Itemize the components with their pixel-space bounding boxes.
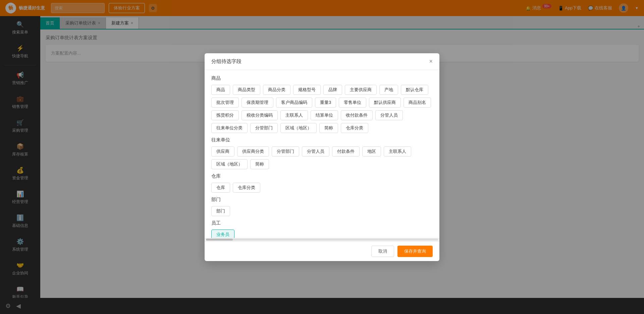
field-warehouse[interactable]: 仓库 — [211, 183, 230, 193]
field-shelf-life[interactable]: 保质期管理 — [241, 98, 273, 108]
modal-body: 商品 商品 商品类型 商品分类 规格型号 品牌 主要供应商 产地 默认仓库 批次… — [205, 70, 439, 238]
field-dept-managed[interactable]: 分管部门 — [250, 123, 278, 133]
field-supervisor[interactable]: 分管人员 — [375, 110, 403, 120]
field-brand[interactable]: 品牌 — [323, 85, 342, 95]
field-goods-category[interactable]: 商品分类 — [263, 85, 290, 95]
field-grid-goods: 商品 商品类型 商品分类 规格型号 品牌 主要供应商 产地 默认仓库 批次管理 … — [211, 85, 433, 133]
field-supplier[interactable]: 供应商 — [211, 146, 234, 156]
field-sales-person[interactable]: 业务员 — [211, 230, 234, 238]
section-title-partner: 往来单位 — [211, 137, 433, 143]
field-main-contact[interactable]: 主联系人 — [280, 110, 308, 120]
hscroll-thumb — [206, 239, 233, 241]
field-spec-model[interactable]: 规格型号 — [293, 85, 321, 95]
field-payment-terms[interactable]: 收付款条件 — [341, 110, 373, 120]
field-warehouse-cat[interactable]: 仓库分类 — [341, 123, 368, 133]
field-dept-partner[interactable]: 分管部门 — [272, 146, 299, 156]
field-supplier-cat[interactable]: 供应商分类 — [237, 146, 269, 156]
field-default-warehouse[interactable]: 默认仓库 — [401, 85, 428, 95]
field-origin[interactable]: 产地 — [379, 85, 398, 95]
field-default-sup[interactable]: 默认供应商 — [369, 98, 401, 108]
confirm-button[interactable]: 保存并查询 — [397, 246, 433, 257]
field-shortname-goods[interactable]: 简称 — [319, 123, 338, 133]
modal-overlay[interactable]: 分组待选字段 × 商品 商品 商品类型 商品分类 规格型号 品牌 主要供应商 产… — [0, 0, 644, 314]
field-main-contact-partner[interactable]: 主联系人 — [384, 146, 411, 156]
field-dept[interactable]: 部门 — [211, 206, 230, 216]
field-goods[interactable]: 商品 — [211, 85, 230, 95]
modal-title: 分组待选字段 — [211, 58, 241, 65]
field-region-goods[interactable]: 区域（地区） — [280, 123, 317, 133]
modal-hscroll[interactable] — [205, 238, 439, 241]
section-title-dept: 部门 — [211, 197, 433, 203]
modal: 分组待选字段 × 商品 商品 商品类型 商品分类 规格型号 品牌 主要供应商 产… — [205, 53, 439, 261]
field-supervisor-partner[interactable]: 分管人员 — [302, 146, 329, 156]
field-shortname-partner[interactable]: 简称 — [250, 159, 269, 169]
field-grid-warehouse: 仓库 仓库分类 — [211, 183, 433, 193]
field-weight[interactable]: 重量3 — [315, 98, 336, 108]
field-customer-code[interactable]: 客户商品编码 — [276, 98, 312, 108]
field-main-supplier[interactable]: 主要供应商 — [345, 85, 377, 95]
field-goods-alias[interactable]: 商品别名 — [404, 98, 431, 108]
cancel-button[interactable]: 取消 — [371, 246, 394, 257]
field-tax-code[interactable]: 税收分类编码 — [241, 110, 278, 120]
field-settlement-unit[interactable]: 结算单位 — [311, 110, 338, 120]
modal-header: 分组待选字段 × — [205, 53, 439, 70]
section-title-employee: 员工 — [211, 220, 433, 226]
field-goods-type[interactable]: 商品类型 — [233, 85, 260, 95]
field-grid-employee: 业务员 — [211, 230, 433, 238]
modal-footer: 取消 保存并查询 — [205, 241, 439, 261]
field-partner-cat[interactable]: 往来单位分类 — [211, 123, 248, 133]
field-grid-partner: 供应商 供应商分类 分管部门 分管人员 付款条件 地区 主联系人 区域（地区） … — [211, 146, 433, 169]
field-warehouse-category[interactable]: 仓库分类 — [233, 183, 260, 193]
field-retail-unit[interactable]: 零售单位 — [339, 98, 366, 108]
section-title-warehouse: 仓库 — [211, 173, 433, 179]
hscroll-track — [206, 239, 438, 241]
modal-close-button[interactable]: × — [429, 58, 433, 65]
field-pay-terms[interactable]: 付款条件 — [332, 146, 360, 156]
field-area[interactable]: 地区 — [362, 146, 381, 156]
field-batch-mgmt[interactable]: 批次管理 — [211, 98, 239, 108]
section-title-goods: 商品 — [211, 75, 433, 81]
field-grid-dept: 部门 — [211, 206, 433, 216]
field-pick-points[interactable]: 拣货积分 — [211, 110, 239, 120]
field-region-partner[interactable]: 区域（地区） — [211, 159, 248, 169]
